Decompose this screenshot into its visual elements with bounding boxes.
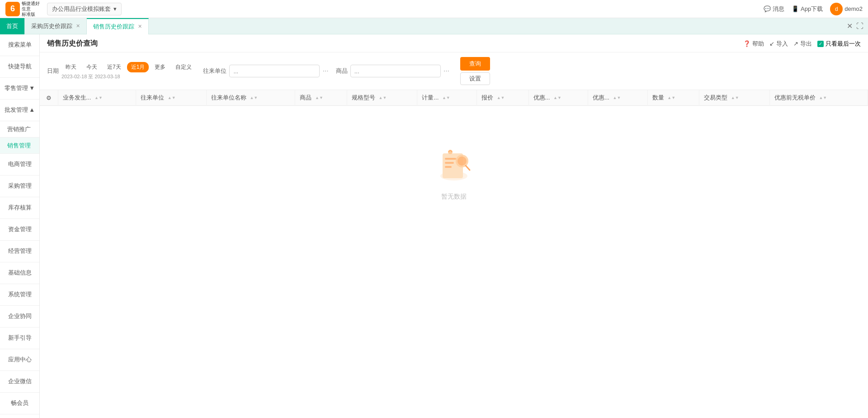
top-bar-right: 💬 消息 📱 App下载 d demo2 — [764, 3, 863, 15]
query-button[interactable]: 查询 — [460, 57, 490, 71]
table-settings-icon: ⚙ — [46, 95, 52, 101]
table-header-row: ⚙ 业务发生... ▲▼ 往来单位 ▲▼ 往来单位名称 — [40, 90, 868, 106]
date-btn-1month[interactable]: 近1月 — [127, 62, 149, 72]
tab-purchase-history[interactable]: 采购历史价跟踪 ✕ — [25, 18, 87, 34]
sidebar-item-ecommerce[interactable]: 电商管理 — [0, 154, 39, 176]
sort-arrows-unit: ▲▼ — [442, 96, 450, 100]
th-biz-date[interactable]: 业务发生... ▲▼ — [58, 90, 136, 106]
th-partner-name[interactable]: 往来单位名称 ▲▼ — [206, 90, 295, 106]
tab-sales-close-icon[interactable]: ✕ — [138, 24, 142, 29]
sidebar-item-enterprise[interactable]: 企业协同 — [0, 306, 39, 328]
sort-arrows-discount2: ▲▼ — [613, 96, 621, 100]
expand-icon[interactable]: ⛶ — [856, 22, 863, 30]
sidebar-item-purchase[interactable]: 采购管理 — [0, 176, 39, 197]
th-trade-type[interactable]: 交易类型 ▲▼ — [699, 90, 770, 106]
partner-picker-icon[interactable]: ··· — [322, 67, 328, 75]
th-discount1[interactable]: 优惠... ▲▼ — [528, 90, 588, 106]
chevron-down-icon: ▼ — [29, 85, 35, 92]
date-range-display: 2023-02-18 至 2023-03-18 — [61, 73, 120, 80]
sort-arrows-partner-code: ▲▼ — [168, 96, 176, 100]
th-price[interactable]: 报价 ▲▼ — [477, 90, 528, 106]
help-button[interactable]: ❓ 帮助 — [743, 40, 764, 48]
sidebar-item-sales-mgmt[interactable]: 销售管理 — [0, 138, 39, 154]
export-button[interactable]: ↗ 导出 — [793, 40, 812, 48]
sidebar-item-inventory[interactable]: 库存核算 — [0, 197, 39, 219]
account-dropdown[interactable]: 办公用品行业模拟账套 ▾ — [47, 3, 122, 15]
chevron-down-icon: ▾ — [113, 5, 117, 12]
sidebar-item-vip[interactable]: 畅会员 — [0, 393, 39, 414]
tab-purchase-close-icon[interactable]: ✕ — [76, 23, 80, 29]
sidebar-item-search[interactable]: 搜索菜单 — [0, 34, 39, 56]
sidebar-item-wholesale[interactable]: 批发管理 ▲ — [0, 100, 39, 121]
date-buttons: 昨天 今天 近7天 近1月 更多 自定义 — [61, 62, 196, 72]
export-icon: ↗ — [793, 40, 798, 47]
tab-bar-actions: ✕ ⛶ — [847, 22, 868, 30]
page-actions: ❓ 帮助 ↙ 导入 ↗ 导出 ✓ 只看最后一次 — [743, 40, 861, 48]
sort-arrows-price: ▲▼ — [497, 96, 505, 100]
data-table: ⚙ 业务发生... ▲▼ 往来单位 ▲▼ 往来单位名称 — [40, 90, 868, 106]
partner-input[interactable] — [229, 65, 320, 77]
goods-picker-icon[interactable]: ··· — [443, 67, 449, 75]
sidebar: 搜索菜单 快捷导航 零售管理 ▼ 批发管理 ▲ 营销推广 销售管理 电商管理 采… — [0, 34, 40, 418]
tab-sales-history[interactable]: 销售历史价跟踪 ✕ — [87, 18, 149, 34]
user-menu-button[interactable]: d demo2 — [830, 3, 863, 15]
empty-icon — [431, 142, 476, 187]
sidebar-item-retail[interactable]: 零售管理 ▼ — [0, 78, 39, 100]
close-tab-icon[interactable]: ✕ — [847, 22, 853, 30]
th-spec[interactable]: 规格型号 ▲▼ — [347, 90, 417, 106]
sort-arrows-spec: ▲▼ — [378, 96, 387, 100]
th-tax-price[interactable]: 优惠前无税单价 ▲▼ — [769, 90, 868, 106]
message-button[interactable]: 💬 消息 — [764, 5, 784, 13]
th-quantity[interactable]: 数量 ▲▼ — [647, 90, 699, 106]
date-options: 昨天 今天 近7天 近1月 更多 自定义 2023-02-18 至 2023-0… — [61, 62, 196, 80]
goods-input[interactable] — [350, 65, 441, 77]
sidebar-item-finance[interactable]: 资金管理 — [0, 219, 39, 241]
svg-line-7 — [466, 166, 470, 170]
th-discount2[interactable]: 优惠... ▲▼ — [588, 90, 648, 106]
top-bar: 6 畅捷通好生意 标准版 办公用品行业模拟账套 ▾ 💬 消息 📱 App下载 d… — [0, 0, 868, 18]
import-icon: ↙ — [769, 40, 774, 47]
date-btn-yesterday[interactable]: 昨天 — [61, 62, 80, 72]
sort-arrows-quantity: ▲▼ — [667, 96, 675, 100]
settings-button[interactable]: 设置 — [460, 72, 490, 85]
sidebar-item-marketing[interactable]: 营销推广 — [0, 121, 39, 138]
empty-state: 暂无数据 — [40, 106, 868, 237]
app-icon: 📱 — [792, 5, 799, 12]
sidebar-item-quicknav[interactable]: 快捷导航 — [0, 56, 39, 78]
date-btn-today[interactable]: 今天 — [82, 62, 101, 72]
content-area: 销售历史价查询 ❓ 帮助 ↙ 导入 ↗ 导出 ✓ — [40, 34, 868, 418]
table-container: ⚙ 业务发生... ▲▼ 往来单位 ▲▼ 往来单位名称 — [40, 90, 868, 418]
sort-arrows-trade-type: ▲▼ — [731, 96, 739, 100]
svg-point-6 — [458, 157, 467, 166]
tab-home[interactable]: 首页 — [0, 18, 25, 34]
date-btn-7days[interactable]: 近7天 — [103, 62, 125, 72]
date-filter-label: 日期 — [47, 67, 59, 75]
only-last-checkbox[interactable]: ✓ 只看最后一次 — [817, 40, 861, 48]
th-partner-code[interactable]: 往来单位 ▲▼ — [136, 90, 207, 106]
th-unit[interactable]: 计量... ▲▼ — [417, 90, 477, 106]
sidebar-item-operations[interactable]: 经营管理 — [0, 241, 39, 262]
sidebar-item-basic-info[interactable]: 基础信息 — [0, 262, 39, 284]
sort-arrows-tax-price: ▲▼ — [819, 96, 827, 100]
svg-rect-2 — [445, 158, 456, 160]
sort-arrows-discount1: ▲▼ — [553, 96, 561, 100]
goods-filter-group: 商品 ··· — [336, 65, 449, 77]
sidebar-item-newbie[interactable]: 新手引导 — [0, 328, 39, 349]
date-btn-more[interactable]: 更多 — [151, 62, 170, 72]
message-icon: 💬 — [764, 5, 771, 12]
app-download-button[interactable]: 📱 App下载 — [792, 5, 823, 13]
th-goods[interactable]: 商品 ▲▼ — [295, 90, 347, 106]
goods-filter-label: 商品 — [336, 67, 348, 75]
partner-filter-label: 往来单位 — [203, 67, 226, 75]
th-settings[interactable]: ⚙ — [40, 90, 58, 106]
partner-filter-group: 往来单位 ··· — [203, 65, 328, 77]
sort-arrows-partner-name: ▲▼ — [250, 96, 258, 100]
date-btn-custom[interactable]: 自定义 — [171, 62, 196, 72]
svg-rect-4 — [445, 166, 452, 168]
date-filter-group: 日期 昨天 今天 近7天 近1月 更多 自定义 2023-02-18 至 202… — [47, 62, 196, 80]
sidebar-item-appstore[interactable]: 应用中心 — [0, 349, 39, 371]
sidebar-item-system[interactable]: 系统管理 — [0, 284, 39, 306]
import-button[interactable]: ↙ 导入 — [769, 40, 788, 48]
page-header: 销售历史价查询 ❓ 帮助 ↙ 导入 ↗ 导出 ✓ — [40, 34, 868, 52]
sidebar-item-wechat[interactable]: 企业微信 — [0, 371, 39, 393]
